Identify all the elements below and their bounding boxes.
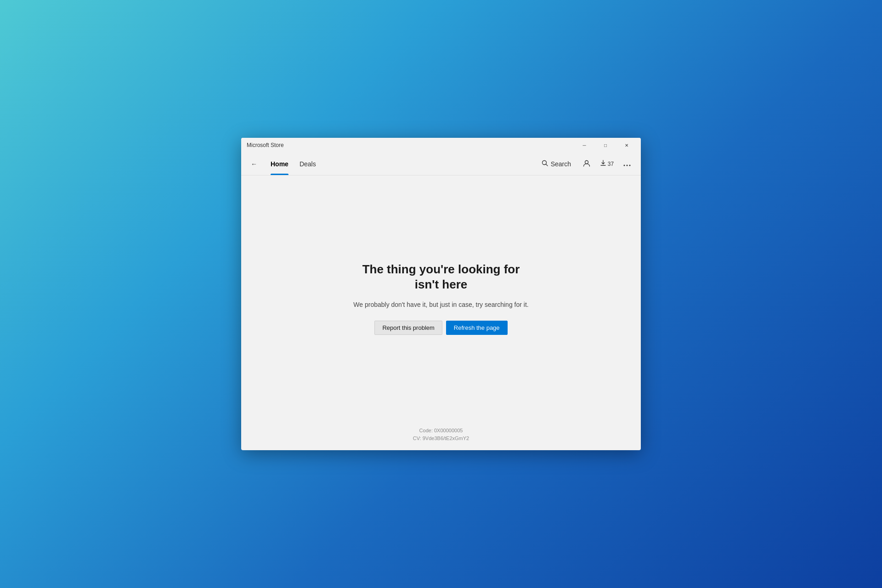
maximize-icon: □ (604, 143, 607, 148)
error-title: The thing you're looking for isn't here (353, 262, 528, 293)
close-button[interactable]: ✕ (616, 138, 637, 153)
download-icon (600, 160, 606, 168)
minimize-icon: ─ (582, 143, 586, 148)
search-button[interactable]: Search (538, 158, 575, 170)
error-subtitle: We probably don't have it, but just in c… (353, 300, 528, 310)
downloads-button[interactable]: 37 (599, 156, 615, 172)
footer: Code: 0X00000005 CV: 9Vde3B6/tE2xGmY2 (241, 421, 641, 450)
search-label: Search (551, 160, 571, 168)
svg-point-2 (585, 161, 588, 164)
more-icon (623, 160, 631, 168)
svg-point-6 (629, 164, 631, 166)
account-button[interactable] (578, 156, 595, 172)
main-content: The thing you're looking for isn't here … (241, 175, 641, 421)
nav-links: Home Deals (265, 153, 322, 175)
error-code: Code: 0X00000005 (250, 427, 632, 435)
report-problem-button[interactable]: Report this problem (374, 321, 442, 335)
back-icon: ← (251, 160, 257, 168)
maximize-button[interactable]: □ (595, 138, 616, 153)
error-container: The thing you're looking for isn't here … (353, 262, 528, 335)
error-title-text: The thing you're looking for isn't here (362, 262, 520, 292)
minimize-button[interactable]: ─ (574, 138, 595, 153)
refresh-page-button[interactable]: Refresh the page (446, 321, 508, 335)
window-controls: ─ □ ✕ (574, 138, 637, 153)
navigation-bar: ← Home Deals Search (241, 153, 641, 175)
search-icon (542, 160, 548, 168)
nav-home[interactable]: Home (265, 153, 294, 175)
more-button[interactable] (619, 156, 635, 172)
svg-point-5 (627, 164, 628, 166)
title-bar: Microsoft Store ─ □ ✕ (241, 138, 641, 153)
close-icon: ✕ (625, 143, 628, 148)
error-actions: Report this problem Refresh the page (353, 321, 528, 335)
nav-right-controls: Search 37 (538, 156, 635, 172)
downloads-count: 37 (608, 161, 614, 167)
svg-point-4 (624, 164, 625, 166)
app-window: Microsoft Store ─ □ ✕ ← Home Deals (241, 138, 641, 450)
back-button[interactable]: ← (247, 157, 261, 171)
error-cv: CV: 9Vde3B6/tE2xGmY2 (250, 435, 632, 443)
nav-deals[interactable]: Deals (294, 153, 322, 175)
app-title: Microsoft Store (247, 142, 284, 148)
svg-line-1 (546, 164, 548, 166)
account-icon (582, 159, 591, 169)
